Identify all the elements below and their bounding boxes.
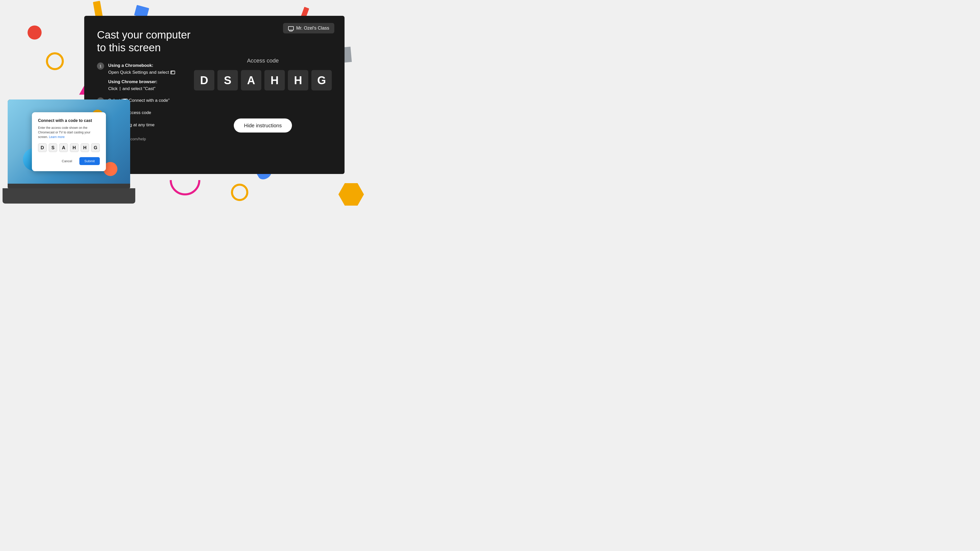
modal-description: Enter the access code shown on the Chrom… (38, 125, 100, 139)
tv-access-code-panel: Access code D S A H H G Hide instruction… (194, 57, 332, 133)
modal-code-tile-2: S (49, 143, 57, 152)
step-1b-body: Click and select "Cast" (108, 85, 202, 92)
code-tile-3: A (241, 70, 261, 91)
cast-icon (170, 71, 175, 74)
laptop-body: Connect with a code to cast Enter the ac… (8, 100, 130, 203)
monitor-icon (288, 26, 294, 30)
deco-yellow-hex (339, 183, 364, 206)
step-number-1: 1 (97, 62, 104, 70)
laptop-screen-content: Connect with a code to cast Enter the ac… (8, 100, 130, 184)
laptop: Connect with a code to cast Enter the ac… (8, 100, 130, 203)
modal-code-tile-5: H (81, 143, 89, 152)
deco-red-circle (27, 25, 41, 40)
hide-instructions-button[interactable]: Hide instructions (234, 119, 292, 133)
tv-class-label: Mr. Ozel's Class (283, 23, 334, 33)
dots-icon (119, 87, 121, 90)
laptop-keyboard (3, 188, 135, 203)
instruction-step-1: 1 Using a Chromebook: Open Quick Setting… (97, 62, 202, 92)
access-code-label: Access code (194, 57, 332, 64)
submit-button[interactable]: Submit (80, 157, 100, 165)
modal-code-tiles: D S A H H G (38, 143, 100, 152)
step-1a-body: Open Quick Settings and select (108, 69, 202, 76)
step-1a-title: Using a Chromebook: (108, 63, 153, 68)
connect-modal: Connect with a code to cast Enter the ac… (32, 112, 106, 171)
laptop-base (8, 184, 130, 188)
modal-code-tile-4: H (70, 143, 79, 152)
modal-code-tile-6: G (91, 143, 100, 152)
class-label-text: Mr. Ozel's Class (296, 25, 329, 31)
code-tile-1: D (194, 70, 215, 91)
modal-title: Connect with a code to cast (38, 118, 100, 123)
modal-code-tile-1: D (38, 143, 47, 152)
cancel-button[interactable]: Cancel (58, 157, 76, 165)
step-content-1: Using a Chromebook: Open Quick Settings … (108, 62, 202, 92)
laptop-screen-frame: Connect with a code to cast Enter the ac… (8, 100, 130, 184)
code-tile-4: H (264, 70, 285, 91)
deco-yellow-circle (46, 52, 64, 70)
modal-actions: Cancel Submit (38, 157, 100, 165)
modal-code-tile-3: A (59, 143, 68, 152)
tv-title: Cast your computer to this screen (97, 29, 194, 54)
code-tiles: D S A H H G (194, 70, 332, 91)
code-tile-5: H (288, 70, 308, 91)
deco-yellow-circle2 (231, 184, 248, 201)
code-tile-6: G (311, 70, 332, 91)
step-1b-title: Using Chrome browser: (108, 79, 158, 84)
code-tile-2: S (218, 70, 238, 91)
learn-more-link[interactable]: Learn more (49, 135, 65, 139)
